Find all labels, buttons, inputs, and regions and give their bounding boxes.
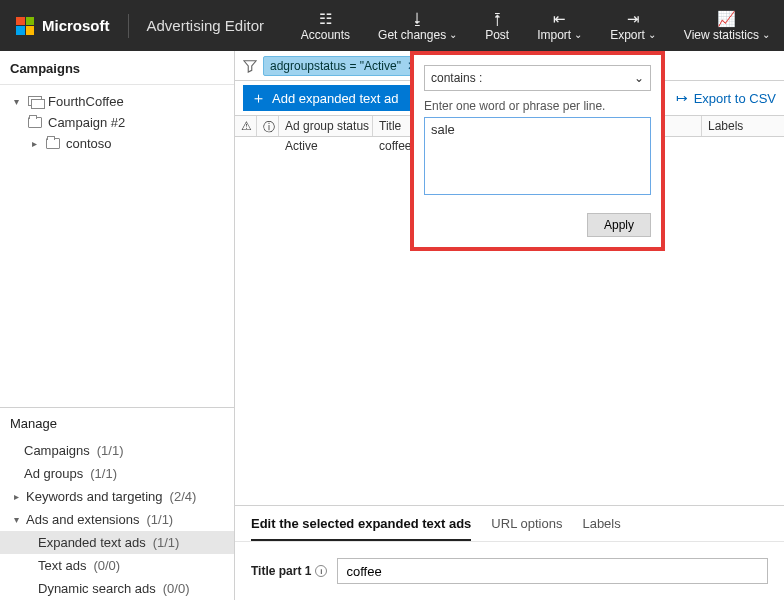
manage-adgroups[interactable]: Ad groups(1/1)	[0, 462, 234, 485]
manage-label: Ads and extensions	[26, 512, 139, 527]
col-warning-icon[interactable]: ⚠	[235, 116, 257, 136]
tree-item-label: contoso	[66, 136, 112, 151]
top-bar: Microsoft Advertising Editor ☷ Accounts …	[0, 0, 784, 51]
titlepart1-row: Title part 1 i	[235, 542, 784, 600]
col-adgroup-status[interactable]: Ad group status	[279, 116, 373, 136]
manage-label: Ad groups	[24, 466, 83, 481]
right-pane: adgroupstatus = "Active" ✕ titlepart1 : …	[235, 51, 784, 600]
bottom-editor: Edit the selected expanded text ads URL …	[235, 505, 784, 600]
export-csv-icon: ↦	[676, 90, 688, 106]
bottom-tabs: Edit the selected expanded text ads URL …	[235, 506, 784, 542]
upload-icon: ⭱	[490, 10, 505, 28]
export-to-csv-link[interactable]: ↦ Export to CSV	[676, 90, 776, 106]
manage-count: (1/1)	[153, 535, 180, 550]
manage-count: (1/1)	[146, 512, 173, 527]
manage-label: Dynamic search ads	[38, 581, 156, 596]
apply-button[interactable]: Apply	[587, 213, 651, 237]
tree-root[interactable]: ▾ FourthCoffee	[0, 91, 234, 112]
filter-popup: contains : ⌄ Enter one word or phrase pe…	[410, 51, 665, 251]
manage-label: Expanded text ads	[38, 535, 146, 550]
manage-count: (2/4)	[170, 489, 197, 504]
add-expanded-text-ad-button[interactable]: ＋ Add expanded text ad	[243, 85, 413, 111]
plus-icon: ＋	[251, 89, 266, 108]
cell-status: Active	[279, 137, 373, 157]
tree-root-label: FourthCoffee	[48, 94, 124, 109]
campaign-tree: ▾ FourthCoffee Campaign #2 ▸ contoso	[0, 85, 234, 160]
manage-label: Keywords and targeting	[26, 489, 163, 504]
manage-campaigns[interactable]: Campaigns(1/1)	[0, 439, 234, 462]
tree-item-campaign2[interactable]: Campaign #2	[0, 112, 234, 133]
folder-icon	[46, 138, 60, 149]
manage-text-ads[interactable]: Text ads(0/0)	[0, 554, 234, 577]
main-menu: ☷ Accounts ⭳ Get changes ⭱ Post ⇤ Import…	[287, 0, 784, 51]
manage-count: (0/0)	[163, 581, 190, 596]
menu-get-changes[interactable]: ⭳ Get changes	[364, 0, 471, 51]
manage-dynamic-search-ads[interactable]: Dynamic search ads(0/0)	[0, 577, 234, 600]
import-icon: ⇤	[553, 10, 566, 28]
expand-icon[interactable]: ▸	[28, 138, 40, 149]
filter-mode-value: contains :	[431, 71, 482, 85]
manage-expanded-text-ads[interactable]: Expanded text ads(1/1)	[0, 531, 234, 554]
filter-chip-adgroupstatus[interactable]: adgroupstatus = "Active" ✕	[263, 56, 424, 76]
manage-panel: Manage Campaigns(1/1) Ad groups(1/1) ▸Ke…	[0, 407, 234, 600]
menu-export[interactable]: ⇥ Export	[596, 0, 670, 51]
manage-count: (0/0)	[93, 558, 120, 573]
menu-import[interactable]: ⇤ Import	[523, 0, 596, 51]
divider	[128, 14, 129, 38]
export-label: Export to CSV	[694, 91, 776, 106]
filter-mode-select[interactable]: contains : ⌄	[424, 65, 651, 91]
manage-label: Text ads	[38, 558, 86, 573]
funnel-icon[interactable]	[243, 59, 257, 73]
menu-get-changes-label: Get changes	[378, 28, 446, 42]
folder-icon	[28, 117, 42, 128]
filter-chip-label: adgroupstatus = "Active"	[270, 59, 401, 73]
titlepart1-input[interactable]	[337, 558, 768, 584]
info-icon[interactable]: i	[315, 565, 327, 577]
field-label-text: Title part 1	[251, 564, 311, 578]
manage-ads-extensions[interactable]: ▾Ads and extensions(1/1)	[0, 508, 234, 531]
menu-post[interactable]: ⭱ Post	[471, 0, 523, 51]
campaigns-panel-title: Campaigns	[0, 51, 234, 85]
manage-title: Manage	[0, 408, 234, 439]
chevron-down-icon	[762, 28, 770, 42]
chevron-down-icon	[574, 28, 582, 42]
manage-keywords[interactable]: ▸Keywords and targeting(2/4)	[0, 485, 234, 508]
filter-value-input[interactable]	[424, 117, 651, 195]
menu-export-label: Export	[610, 28, 645, 42]
collapse-icon[interactable]: ▾	[10, 514, 22, 525]
collapse-icon[interactable]: ▾	[10, 96, 22, 107]
export-icon: ⇥	[627, 10, 640, 28]
left-pane: Campaigns ▾ FourthCoffee Campaign #2 ▸ c…	[0, 51, 235, 600]
menu-import-label: Import	[537, 28, 571, 42]
accounts-icon: ☷	[319, 10, 332, 28]
menu-accounts-label: Accounts	[301, 28, 350, 42]
filter-hint: Enter one word or phrase per line.	[424, 99, 651, 113]
add-button-label: Add expanded text ad	[272, 91, 399, 106]
menu-view-stats-label: View statistics	[684, 28, 759, 42]
col-labels[interactable]: Labels	[702, 116, 784, 136]
menu-view-statistics[interactable]: 📈 View statistics	[670, 0, 784, 51]
chevron-down-icon	[648, 28, 656, 42]
tree-item-label: Campaign #2	[48, 115, 125, 130]
download-icon: ⭳	[410, 10, 425, 28]
brand: Microsoft Advertising Editor	[0, 0, 280, 51]
brand-product: Advertising Editor	[147, 17, 265, 34]
tab-edit-selected[interactable]: Edit the selected expanded text ads	[251, 516, 471, 541]
titlepart1-label: Title part 1 i	[251, 564, 327, 578]
tree-item-contoso[interactable]: ▸ contoso	[0, 133, 234, 154]
chart-icon: 📈	[717, 10, 736, 28]
manage-label: Campaigns	[24, 443, 90, 458]
menu-post-label: Post	[485, 28, 509, 42]
manage-count: (1/1)	[90, 466, 117, 481]
chevron-down-icon: ⌄	[634, 71, 644, 85]
account-icon	[28, 96, 42, 108]
chevron-down-icon	[449, 28, 457, 42]
menu-accounts[interactable]: ☷ Accounts	[287, 0, 364, 51]
manage-list: Campaigns(1/1) Ad groups(1/1) ▸Keywords …	[0, 439, 234, 600]
brand-company: Microsoft	[42, 17, 110, 34]
expand-icon[interactable]: ▸	[10, 491, 22, 502]
manage-count: (1/1)	[97, 443, 124, 458]
col-info-icon[interactable]: ⓘ	[257, 116, 279, 136]
tab-url-options[interactable]: URL options	[491, 516, 562, 541]
tab-labels[interactable]: Labels	[582, 516, 620, 541]
